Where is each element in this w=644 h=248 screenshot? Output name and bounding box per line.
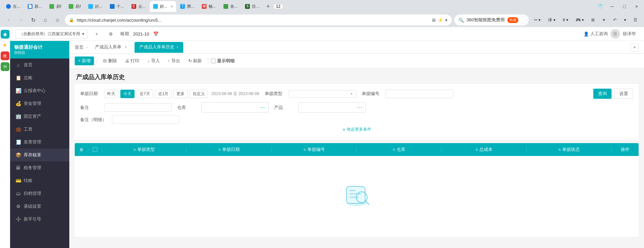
sidebar-item-cloud-report[interactable]: 📊 云报表中心 [10, 84, 69, 97]
tab-5[interactable]: 好... [85, 1, 106, 12]
tab-9[interactable]: T 腾... [177, 1, 198, 12]
panel-close-button[interactable]: × [630, 43, 639, 51]
detail-checkbox[interactable] [211, 59, 216, 63]
tab-2[interactable]: 📄 新... [24, 1, 45, 12]
user-avatar[interactable]: 徐 [611, 29, 620, 39]
new-tab-button[interactable]: + [263, 2, 273, 11]
refresh-button[interactable]: ↻ 刷新 [185, 57, 206, 65]
add-button[interactable]: + 新增 [75, 57, 94, 65]
delete-button[interactable]: ⊟ 删除 [100, 57, 120, 65]
star-icon[interactable]: ★ [1, 41, 9, 49]
import-button[interactable]: ↓ 导入 [144, 57, 163, 65]
scissors-tool[interactable]: ✂ ▾ [531, 15, 543, 25]
calendar-icon[interactable]: 📅 [153, 31, 159, 37]
settings-icon-btn[interactable]: ⚙ [105, 30, 116, 38]
minimize-button[interactable]: ─ [607, 2, 617, 11]
grid-col-settings[interactable]: ⚙ [75, 147, 88, 152]
tab-8-close[interactable]: × [171, 4, 173, 8]
url-bar[interactable]: 🔒 https://cloud.chanjet.com/accounting/u… [65, 15, 452, 25]
note-detail-filter-input[interactable] [112, 115, 180, 124]
date-btn-custom[interactable]: 自定义 [190, 90, 208, 98]
export-button[interactable]: ↑ 导出 [165, 57, 184, 65]
account-selector[interactable]: （勿删勿禁用）江西服宝测试专用 ▾ [16, 29, 88, 39]
sidebar-item-fixed-assets[interactable]: 🏢 固定资产 [10, 110, 69, 123]
sidebar-item-tax[interactable]: 🏛 税务管理 [10, 161, 69, 174]
tab-12[interactable]: S 目... [242, 1, 263, 12]
tab-7[interactable]: C 企... [128, 1, 149, 12]
date-btn-yesterday[interactable]: 昨天 [104, 90, 118, 98]
type-filter-select[interactable]: ▾ [289, 90, 356, 98]
mail-icon[interactable]: ✉ [1, 62, 9, 71]
breadcrumb-home[interactable]: 首页 [75, 44, 84, 50]
maximize-button[interactable]: □ [620, 2, 629, 11]
night-tool[interactable]: ☀ [599, 15, 609, 25]
sidebar-item-home[interactable]: ⌂ 首页 [10, 59, 69, 71]
lightning-icon[interactable]: ⚡ [438, 18, 443, 23]
yuan-tool[interactable]: ¥ ▾ [560, 15, 571, 25]
close-button[interactable]: × [632, 2, 641, 11]
redo-tool[interactable]: ▾ [621, 15, 629, 25]
sidebar-item-invoice[interactable]: 🧾 发票管理 [10, 136, 69, 149]
sidebar-item-inventory[interactable]: 📦 库存核算 [10, 149, 69, 161]
tab-8[interactable]: 好... × [150, 1, 176, 12]
note-filter-input[interactable] [104, 103, 172, 112]
grid-col-type[interactable]: ⇅ 单据类型 [102, 146, 187, 153]
grid-icon[interactable]: ⊞ [432, 18, 436, 23]
grid-col-number[interactable]: ⇅ 单据编号 [272, 146, 357, 153]
url-dropdown[interactable]: ▾ [445, 18, 448, 23]
print-button[interactable]: 🖨 打印 [122, 57, 143, 65]
number-filter-input[interactable] [386, 90, 453, 98]
sidebar-item-general-ledger[interactable]: 📋 总账 [10, 71, 69, 84]
tab-11[interactable]: 各... [220, 1, 241, 12]
bookmark-button[interactable]: ☆ [53, 15, 62, 25]
user-service-button[interactable]: 👤 人工咨询 [583, 31, 608, 37]
date-btn-1month[interactable]: 近1月 [155, 90, 172, 98]
tab-4[interactable]: 易f [65, 1, 84, 12]
filter-settings-button[interactable]: 设置 [614, 89, 633, 99]
sidebar-item-checkout[interactable]: 💳 结账 [10, 174, 69, 187]
query-button[interactable]: 查询 [593, 89, 612, 99]
add-account-button[interactable]: + [92, 30, 101, 38]
app-launcher-icon[interactable]: ◉ [1, 30, 9, 39]
product-dots-icon[interactable]: ··· [357, 104, 362, 111]
breadcrumb-tab1-close[interactable]: × [125, 45, 127, 49]
tab-counter[interactable]: 12 [273, 4, 283, 9]
warehouse-dots-icon[interactable]: ··· [260, 104, 265, 111]
date-btn-more[interactable]: 更多 [173, 90, 188, 98]
reload-button[interactable]: ↻ [28, 15, 38, 25]
tab-3[interactable]: 易f [46, 1, 65, 12]
forward-button[interactable]: › [16, 15, 26, 25]
breadcrumb-tab-1[interactable]: 产成品入库单 × [90, 42, 132, 53]
sidebar-item-basic-settings[interactable]: ⚙ 基础设置 [10, 200, 69, 213]
header-checkbox[interactable] [93, 147, 97, 152]
collapse-bar[interactable]: ∧ 收起更多条件 [80, 124, 633, 135]
shirt-icon-btn[interactable]: 👕 [595, 2, 605, 11]
game-tool[interactable]: 🎮 ▾ [573, 15, 587, 25]
date-btn-today[interactable]: 今天 [120, 90, 135, 98]
back-button[interactable]: ‹ [4, 15, 14, 25]
home-button[interactable]: ⌂ [41, 15, 50, 25]
grid-col-cost[interactable]: ⇅ 总成本 [442, 146, 526, 153]
date-btn-7days[interactable]: 近7天 [137, 90, 153, 98]
breadcrumb-tab-2[interactable]: 产成品入库单历史 × [135, 42, 183, 53]
weibo-icon[interactable]: 微 [1, 51, 9, 60]
warehouse-filter-select[interactable]: ··· [201, 102, 269, 113]
sidebar-item-salary[interactable]: 💼 工资 [10, 123, 69, 136]
menu-tool[interactable]: ☰ [631, 15, 640, 25]
tab-6[interactable]: 个... [106, 1, 127, 12]
translate-tool[interactable]: 译 ▾ [545, 15, 558, 25]
search-bar[interactable]: 🔍 360智能抠图免费用 热搜 [454, 15, 529, 25]
apps-tool[interactable]: ⊞ [589, 15, 597, 25]
grid-col-warehouse[interactable]: ⇅ 仓库 [357, 146, 442, 153]
tab-10[interactable]: M 畅... [198, 1, 219, 12]
sidebar-item-new-entry[interactable]: ➕ 新手引导 [10, 213, 69, 226]
breadcrumb-tab2-close[interactable]: × [176, 45, 178, 49]
grid-col-status[interactable]: ⇅ 单据状态 [527, 146, 612, 153]
sidebar-item-fund-mgmt[interactable]: 💰 资金管理 [10, 97, 69, 110]
show-detail-toggle[interactable]: 显示明细 [211, 58, 235, 64]
undo-tool[interactable]: ↶ [611, 15, 619, 25]
tab-1[interactable]: 在... [3, 1, 24, 12]
grid-col-date[interactable]: ⇅ 单据日期 [187, 146, 271, 153]
product-filter-select[interactable]: ··· [298, 102, 366, 113]
sidebar-item-archive[interactable]: 🗂 归档管理 [10, 187, 69, 200]
